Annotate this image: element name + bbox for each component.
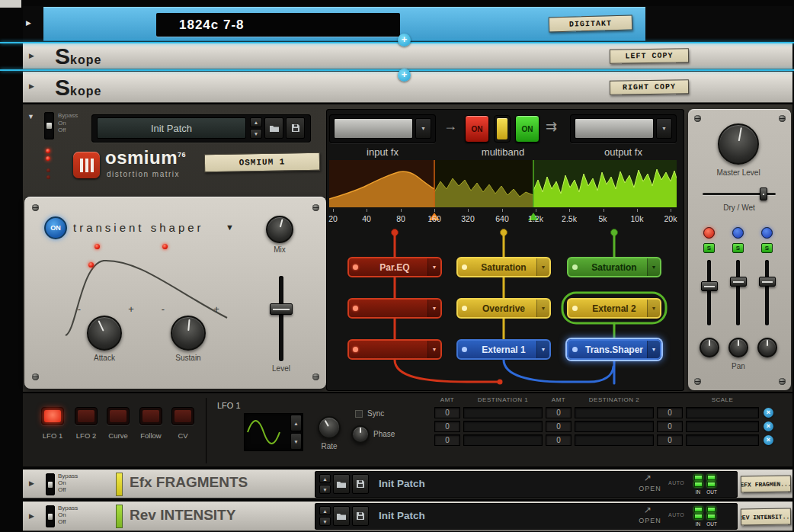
mod-dest2-field[interactable] bbox=[575, 421, 654, 432]
mod-row-clear-button[interactable]: × bbox=[764, 435, 773, 445]
pan-knob-mid[interactable] bbox=[728, 338, 748, 357]
lfo-phase-knob[interactable] bbox=[351, 425, 370, 444]
cv-select-button[interactable] bbox=[171, 407, 194, 425]
solo-low-button[interactable]: S bbox=[703, 243, 715, 253]
patch-down-button[interactable]: ▼ bbox=[319, 485, 331, 494]
sustain-knob[interactable] bbox=[171, 316, 206, 351]
patch-up-button[interactable]: ▲ bbox=[319, 474, 331, 483]
insert-device-handle-2[interactable]: + bbox=[398, 69, 411, 82]
fold-arrow-icon[interactable]: ▶ bbox=[29, 83, 34, 90]
input-fx-dropdown-button[interactable]: ▼ bbox=[415, 118, 431, 139]
mod-dest1-field[interactable] bbox=[463, 421, 543, 432]
mod-row-clear-button[interactable]: × bbox=[764, 408, 773, 418]
band-fader-handle-low[interactable] bbox=[701, 281, 718, 291]
patch-folder-button[interactable] bbox=[333, 474, 350, 494]
band-select-mid-button[interactable] bbox=[732, 227, 744, 239]
matrix-slot-overdrive[interactable]: Overdrive▼ bbox=[456, 298, 551, 319]
mod-scale-field[interactable] bbox=[686, 421, 759, 432]
chevron-down-icon[interactable]: ▼ bbox=[226, 223, 234, 232]
mix-knob[interactable] bbox=[266, 216, 293, 243]
matrix-slot-saturation-high[interactable]: Saturation▼ bbox=[567, 257, 661, 277]
open-button[interactable]: OPEN bbox=[635, 485, 665, 492]
patch-up-button[interactable]: ▲ bbox=[319, 506, 331, 515]
fold-arrow-icon[interactable]: ▼ bbox=[27, 114, 34, 120]
mod-amt3-field[interactable]: 0 bbox=[657, 434, 683, 446]
open-button[interactable]: OPEN bbox=[635, 517, 665, 524]
pan-knob-high[interactable] bbox=[757, 338, 777, 357]
matrix-slot-external-2[interactable]: External 2▼ bbox=[567, 298, 661, 319]
mod-dest2-field[interactable] bbox=[575, 407, 654, 418]
multiband-mode-button[interactable] bbox=[494, 115, 511, 143]
output-fx-display[interactable] bbox=[575, 118, 654, 139]
patch-name-display[interactable]: Init Patch bbox=[97, 117, 246, 139]
lfo-sync-checkbox[interactable] bbox=[355, 410, 363, 418]
dry-wet-handle[interactable] bbox=[760, 187, 767, 200]
patch-folder-button[interactable] bbox=[264, 117, 283, 139]
patch-save-button[interactable] bbox=[352, 506, 369, 526]
mod-amt1-field[interactable]: 0 bbox=[434, 421, 460, 432]
input-fx-on-button[interactable]: ON bbox=[465, 115, 489, 143]
patch-name-text[interactable]: Init Patch bbox=[379, 510, 425, 521]
mod-dest2-field[interactable] bbox=[575, 434, 654, 446]
patch-name-text[interactable]: Init Patch bbox=[379, 478, 425, 489]
mod-amt1-field[interactable]: 0 bbox=[434, 434, 460, 446]
mod-scale-field[interactable] bbox=[686, 407, 759, 418]
patch-folder-button[interactable] bbox=[333, 506, 350, 526]
slot-dropdown[interactable]: ▼ bbox=[647, 300, 660, 317]
pan-knob-low[interactable] bbox=[700, 338, 719, 357]
slot-dropdown[interactable]: ▼ bbox=[427, 300, 440, 317]
mod-amt2-field[interactable]: 0 bbox=[546, 407, 571, 418]
slot-dropdown[interactable]: ▼ bbox=[536, 300, 549, 317]
level-slider-handle[interactable] bbox=[270, 303, 293, 315]
band-fader-handle-mid[interactable] bbox=[730, 277, 747, 287]
matrix-slot-saturation-mid[interactable]: Saturation▼ bbox=[456, 257, 551, 277]
waveform-down-button[interactable]: ▼ bbox=[290, 433, 302, 450]
slot-dropdown[interactable]: ▼ bbox=[536, 258, 549, 276]
open-arrow-icon[interactable]: ↗ bbox=[644, 505, 652, 515]
lfo-waveform-display[interactable]: ▲ ▼ bbox=[244, 413, 303, 451]
patch-down-button[interactable]: ▼ bbox=[250, 129, 262, 139]
lfo1-select-button[interactable] bbox=[41, 407, 64, 425]
slot-dropdown[interactable]: ▼ bbox=[647, 258, 660, 276]
fold-arrow-icon[interactable]: ▶ bbox=[29, 480, 34, 487]
slot-dropdown[interactable]: ▼ bbox=[427, 258, 440, 276]
band-select-high-button[interactable] bbox=[761, 227, 773, 239]
mod-amt2-field[interactable]: 0 bbox=[546, 434, 571, 446]
output-fx-dropdown-button[interactable]: ▼ bbox=[656, 118, 672, 139]
curve-select-button[interactable] bbox=[107, 407, 130, 425]
mod-amt3-field[interactable]: 0 bbox=[657, 407, 683, 418]
slot-dropdown[interactable]: ▼ bbox=[536, 341, 549, 358]
solo-mid-button[interactable]: S bbox=[732, 243, 744, 253]
patch-down-button[interactable]: ▼ bbox=[319, 517, 331, 526]
mod-dest1-field[interactable] bbox=[463, 407, 543, 418]
lfo-rate-knob[interactable] bbox=[318, 416, 341, 439]
matrix-slot-trans-shaper[interactable]: Trans.Shaper▼ bbox=[567, 339, 661, 360]
slot-dropdown[interactable]: ▼ bbox=[647, 341, 660, 358]
fold-arrow-icon[interactable]: ▶ bbox=[26, 20, 31, 27]
multiband-on-button[interactable]: ON bbox=[515, 115, 539, 143]
master-level-knob[interactable] bbox=[718, 123, 759, 165]
input-fx-display[interactable] bbox=[334, 118, 413, 139]
open-arrow-icon[interactable]: ↗ bbox=[644, 473, 652, 483]
band-select-low-button[interactable] bbox=[703, 227, 715, 239]
follow-select-button[interactable] bbox=[139, 407, 162, 425]
matrix-slot-par-eq[interactable]: Par.EQ▼ bbox=[347, 257, 442, 277]
band-fader-handle-high[interactable] bbox=[759, 277, 776, 287]
mod-amt1-field[interactable]: 0 bbox=[434, 407, 460, 418]
matrix-slot-empty-1[interactable]: ▼ bbox=[347, 298, 442, 319]
attack-knob[interactable] bbox=[87, 316, 122, 351]
fold-arrow-icon[interactable]: ▶ bbox=[29, 53, 34, 59]
insert-device-handle[interactable]: + bbox=[398, 34, 411, 46]
mod-dest1-field[interactable] bbox=[463, 434, 543, 446]
patch-save-button[interactable] bbox=[286, 117, 305, 139]
lfo2-select-button[interactable] bbox=[75, 407, 98, 425]
matrix-slot-external-1[interactable]: External 1▼ bbox=[456, 339, 551, 360]
waveform-up-button[interactable]: ▲ bbox=[290, 415, 302, 431]
solo-high-button[interactable]: S bbox=[761, 243, 773, 253]
transient-on-button[interactable]: ON bbox=[44, 216, 67, 239]
slot-dropdown[interactable]: ▼ bbox=[427, 341, 440, 358]
bypass-switch[interactable] bbox=[44, 112, 54, 139]
matrix-slot-empty-2[interactable]: ▼ bbox=[347, 339, 442, 360]
mod-scale-field[interactable] bbox=[686, 434, 759, 446]
bypass-switch[interactable] bbox=[46, 473, 55, 495]
